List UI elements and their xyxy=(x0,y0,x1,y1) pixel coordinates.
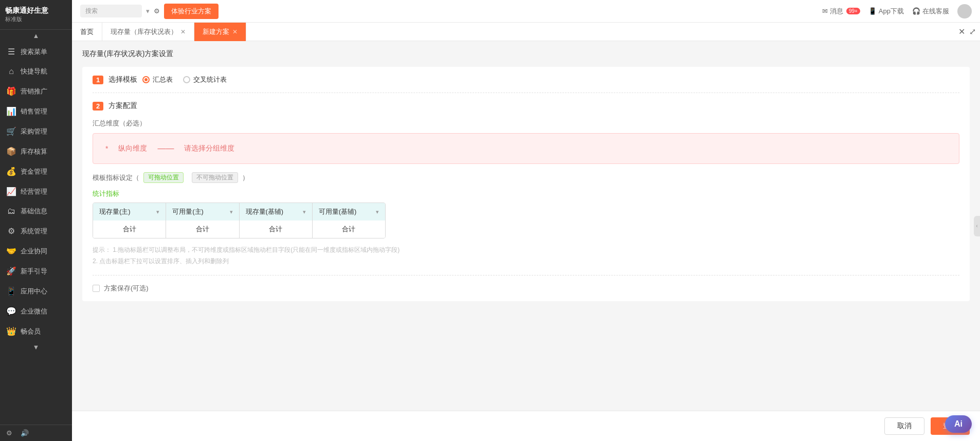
sidebar-item-newbie[interactable]: 🚀 新手引导 xyxy=(0,261,72,281)
radio-summary-label: 汇总表 xyxy=(153,75,173,84)
sidebar: 畅康通好生意 标准版 ▲ ☰ 搜索菜单 ⌂ 快捷导航 🎁 营销推广 📊 销售管理… xyxy=(0,0,72,441)
stat-header-2: 可用量(主) xyxy=(172,207,204,216)
message-badge: 99+ xyxy=(846,8,860,14)
save-label: 方案保存(可选) xyxy=(104,284,149,293)
hint-box: 提示： 1.拖动标题栏可以调整布局，不可跨维度或指标区域拖动栏目字段(只能在同一… xyxy=(93,245,959,267)
sidebar-item-member[interactable]: 👑 畅会员 xyxy=(0,321,72,341)
trial-button[interactable]: 体验行业方案 xyxy=(164,4,219,19)
sidebar-item-sales[interactable]: 📊 销售管理 xyxy=(0,101,72,121)
folder-icon: 🗂 xyxy=(6,207,16,216)
save-checkbox[interactable] xyxy=(93,285,100,292)
settings-icon[interactable]: ⚙ xyxy=(6,429,12,437)
message-item[interactable]: ✉ 消息 99+ xyxy=(822,7,860,16)
sidebar-item-system[interactable]: ⚙ 系统管理 xyxy=(0,221,72,241)
stat-col-2[interactable]: 可用量(主) ▾ xyxy=(166,203,239,220)
handshake-icon: 🤝 xyxy=(6,246,16,256)
search-box[interactable]: 搜索 xyxy=(80,5,142,17)
chart-icon: 📊 xyxy=(6,106,16,116)
stat-col-3[interactable]: 现存量(基辅) ▾ xyxy=(240,203,313,220)
close-icon[interactable]: ✕ xyxy=(180,28,186,35)
template-options: 汇总表 交叉统计表 xyxy=(142,75,227,84)
online-service-item[interactable]: 🎧 在线客服 xyxy=(912,7,949,16)
sound-icon[interactable]: 🔊 xyxy=(21,429,29,437)
sidebar-item-label: 应用中心 xyxy=(21,287,47,296)
sidebar-item-label: 基础信息 xyxy=(21,207,47,216)
stat-label: 统计指标 xyxy=(93,189,959,198)
cancel-button[interactable]: 取消 xyxy=(884,417,924,435)
sidebar-item-operation[interactable]: 📈 经营管理 xyxy=(0,181,72,201)
gift-icon: 🎁 xyxy=(6,86,16,96)
sidebar-item-marketing[interactable]: 🎁 营销推广 xyxy=(0,81,72,101)
sidebar-item-label: 畅会员 xyxy=(21,327,41,336)
plan-section: 汇总维度（必选） * 纵向维度 —— 请选择分组维度 模板指标设定（ 可拖动位置 xyxy=(93,119,959,267)
money-icon: 💰 xyxy=(6,167,16,176)
expand-window-button[interactable]: ⤢ xyxy=(969,27,976,36)
sidebar-item-basic[interactable]: 🗂 基础信息 xyxy=(0,201,72,221)
summary-dimension-label: 汇总维度（必选） xyxy=(93,119,959,128)
vertical-label: 纵向维度 xyxy=(118,144,147,153)
sidebar-scroll-up[interactable]: ▲ xyxy=(0,30,72,42)
chevron-down-icon[interactable]: ▾ xyxy=(303,209,306,215)
step1-badge: 1 xyxy=(93,76,103,84)
tab-home[interactable]: 首页 xyxy=(72,23,102,41)
close-icon[interactable]: ✕ xyxy=(232,28,238,35)
step1-header: 1 选择模板 汇总表 交叉统计表 xyxy=(93,75,959,84)
stat-cell-1: 合计 xyxy=(93,220,166,238)
non-draggable-tag: 不可拖动位置 xyxy=(192,172,238,183)
home-icon: ⌂ xyxy=(6,67,16,76)
dimension-row: * 纵向维度 —— 请选择分组维度 xyxy=(105,144,947,153)
page-title: 现存量(库存状况表)方案设置 xyxy=(82,49,970,59)
footer: 取消 查询 xyxy=(72,411,980,441)
sidebar-item-label: 系统管理 xyxy=(21,227,47,236)
gear-icon: ⚙ xyxy=(6,226,16,236)
radio-cross-dot xyxy=(183,76,190,83)
tab-new-plan[interactable]: 新建方案 ✕ xyxy=(194,23,246,41)
sidebar-item-label: 快捷导航 xyxy=(21,67,47,76)
topbar-left: 搜索 ▾ ⚙ 体验行业方案 xyxy=(80,4,816,19)
tab-inventory-label: 现存量（库存状况表） xyxy=(111,27,177,36)
right-collapse-handle[interactable]: ‹ xyxy=(974,216,980,236)
chevron-down-icon[interactable]: ▾ xyxy=(146,7,150,15)
logo-sub: 标准版 xyxy=(5,15,67,23)
hint-1: 提示： 1.拖动标题栏可以调整布局，不可跨维度或指标区域拖动栏目字段(只能在同一… xyxy=(93,245,959,256)
sidebar-item-label: 企业协同 xyxy=(21,247,47,256)
radio-cross-label: 交叉统计表 xyxy=(193,75,227,84)
stat-col-4[interactable]: 可用量(基辅) ▾ xyxy=(313,203,385,220)
chevron-down-icon[interactable]: ▾ xyxy=(230,209,233,215)
content-area: 现存量(库存状况表)方案设置 1 选择模板 汇总表 交叉统计表 xyxy=(72,41,980,411)
sidebar-item-cooperation[interactable]: 🤝 企业协同 xyxy=(0,241,72,261)
sidebar-item-label: 企业微信 xyxy=(21,307,47,316)
sidebar-item-inventory[interactable]: 📦 库存核算 xyxy=(0,141,72,161)
cart-icon: 🛒 xyxy=(6,126,16,136)
app-icon: 📱 xyxy=(6,286,16,296)
settings-icon[interactable]: ⚙ xyxy=(154,7,160,15)
app-download-item[interactable]: 📱 App下载 xyxy=(868,7,904,16)
radio-cross[interactable]: 交叉统计表 xyxy=(183,75,227,84)
plan-settings-panel: 1 选择模板 汇总表 交叉统计表 2 方案配置 xyxy=(82,67,970,301)
close-window-button[interactable]: ✕ xyxy=(958,27,965,36)
sidebar-item-wechat[interactable]: 💬 企业微信 xyxy=(0,301,72,321)
dimension-arrow: —— xyxy=(157,144,174,153)
chevron-down-icon[interactable]: ▾ xyxy=(156,209,159,215)
sidebar-item-label: 搜索菜单 xyxy=(21,47,47,57)
sidebar-item-purchase[interactable]: 🛒 采购管理 xyxy=(0,121,72,141)
hint-2: 2. 点击标题栏下拉可以设置排序、插入列和删除列 xyxy=(93,256,959,267)
app-download-label: App下载 xyxy=(879,7,904,16)
chevron-down-icon[interactable]: ▾ xyxy=(376,209,379,215)
indicator-close: ） xyxy=(242,173,249,182)
dimension-placeholder[interactable]: 请选择分组维度 xyxy=(184,144,234,153)
divider-2 xyxy=(93,275,959,275)
ai-fab-button[interactable]: Ai xyxy=(945,415,972,433)
sidebar-item-quick-nav[interactable]: ⌂ 快捷导航 xyxy=(0,62,72,81)
stat-col-1[interactable]: 现存量(主) ▾ xyxy=(93,203,166,220)
sidebar-item-app[interactable]: 📱 应用中心 xyxy=(0,281,72,301)
tab-inventory-status[interactable]: 现存量（库存状况表） ✕ xyxy=(102,23,194,41)
avatar[interactable] xyxy=(957,4,972,19)
message-label: 消息 xyxy=(830,7,843,16)
sidebar-item-search-menu[interactable]: ☰ 搜索菜单 xyxy=(0,42,72,62)
sidebar-item-label: 采购管理 xyxy=(21,127,47,136)
sidebar-scroll-down[interactable]: ▼ xyxy=(0,341,72,353)
tab-home-label: 首页 xyxy=(80,27,94,36)
radio-summary[interactable]: 汇总表 xyxy=(142,75,173,84)
sidebar-item-finance[interactable]: 💰 资金管理 xyxy=(0,161,72,181)
